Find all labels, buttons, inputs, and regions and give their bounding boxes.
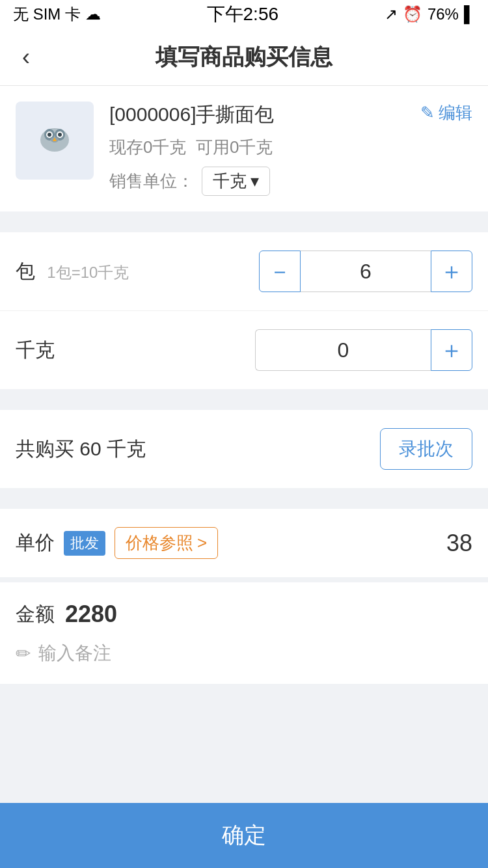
location-icon: ↗ — [385, 5, 398, 23]
alarm-icon: ⏰ — [403, 5, 422, 23]
price-reference-button[interactable]: 价格参照 > — [115, 527, 218, 559]
divider-3 — [0, 498, 488, 509]
unit-select[interactable]: 千克 ▾ — [202, 167, 270, 196]
kg-row: 千克 ＋ — [0, 311, 488, 389]
edit-button[interactable]: ✎ 编辑 — [420, 102, 472, 124]
back-button[interactable]: ‹ — [16, 37, 36, 77]
product-thumbnail — [16, 102, 94, 180]
product-card: [0000006]手撕面包 现存0千克 可用0千克 销售单位： 千克 ▾ ✎ 编… — [0, 86, 488, 211]
chevron-right-icon: > — [197, 533, 207, 553]
pencil-icon: ✏ — [16, 643, 31, 664]
note-row[interactable]: ✏ 输入备注 — [16, 641, 472, 666]
summary-row: 共购买 60 千克 录批次 — [0, 410, 488, 488]
product-logo — [35, 118, 74, 164]
bag-plus-button[interactable]: ＋ — [431, 251, 472, 292]
bag-qty-control: － ＋ — [259, 251, 472, 292]
divider-1 — [0, 222, 488, 232]
bag-qty-input[interactable] — [301, 251, 431, 292]
record-batch-button[interactable]: 录批次 — [380, 428, 472, 470]
confirm-button[interactable]: 确定 — [222, 821, 266, 850]
product-stock: 现存0千克 可用0千克 — [109, 136, 472, 159]
product-name: [0000006]手撕面包 — [109, 102, 472, 128]
bag-minus-button[interactable]: － — [259, 251, 301, 292]
status-right: ↗ ⏰ 76% ▌ — [385, 5, 475, 23]
quantity-section: 包 1包=10千克 － ＋ 千克 ＋ — [0, 232, 488, 389]
bag-label: 包 1包=10千克 — [16, 258, 259, 285]
price-label: 单价 — [16, 530, 55, 556]
sim-label: 无 SIM 卡 ☁ — [13, 4, 101, 25]
chevron-down-icon: ▾ — [251, 171, 259, 191]
confirm-bar[interactable]: 确定 — [0, 803, 488, 868]
nav-bar: ‹ 填写商品购买信息 — [0, 29, 488, 86]
status-left: 无 SIM 卡 ☁ — [13, 4, 101, 25]
product-info: [0000006]手撕面包 现存0千克 可用0千克 销售单位： 千克 ▾ — [109, 102, 472, 196]
page-title: 填写商品购买信息 — [156, 42, 332, 72]
amount-label: 金额 — [16, 601, 55, 628]
status-bar: 无 SIM 卡 ☁ 下午2:56 ↗ ⏰ 76% ▌ — [0, 0, 488, 29]
svg-point-5 — [47, 133, 51, 137]
amount-row: 金额 2280 — [16, 601, 472, 628]
price-type-badge: 批发 — [64, 531, 105, 556]
kg-qty-input[interactable] — [255, 329, 431, 371]
amount-value: 2280 — [65, 601, 117, 628]
amount-section: 金额 2280 ✏ 输入备注 — [0, 582, 488, 684]
status-time: 下午2:56 — [207, 2, 279, 27]
note-placeholder: 输入备注 — [38, 641, 111, 666]
summary-section: 共购买 60 千克 录批次 — [0, 410, 488, 488]
price-value: 38 — [446, 530, 472, 557]
bag-hint: 1包=10千克 — [47, 264, 129, 281]
svg-point-6 — [58, 133, 62, 137]
battery-label: 76% — [427, 5, 459, 23]
product-unit: 销售单位： 千克 ▾ — [109, 167, 472, 196]
price-row: 单价 批发 价格参照 > 38 — [0, 509, 488, 577]
divider-2 — [0, 400, 488, 410]
summary-text: 共购买 60 千克 — [16, 436, 146, 463]
edit-icon: ✎ — [420, 103, 435, 123]
battery-icon: ▌ — [464, 5, 475, 23]
bag-row: 包 1包=10千克 － ＋ — [0, 232, 488, 311]
kg-plus-button[interactable]: ＋ — [431, 329, 472, 371]
kg-label: 千克 — [16, 337, 255, 364]
kg-qty-control: ＋ — [255, 329, 472, 371]
price-section: 单价 批发 价格参照 > 38 — [0, 509, 488, 577]
